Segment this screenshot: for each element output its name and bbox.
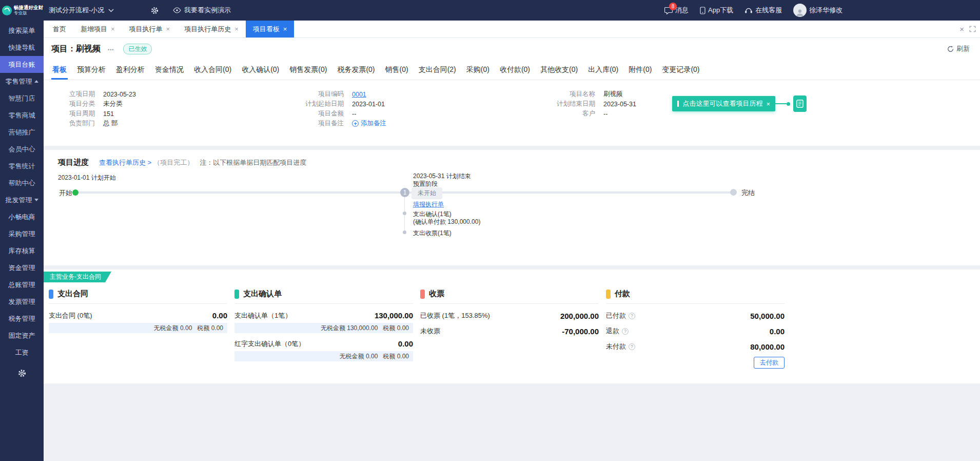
progress-header: 项目进度 查看执行单历史 > （项目完工） 注：以下根据单据日期匹配项目进度: [44, 150, 980, 167]
subtab-purchase[interactable]: 采购(0): [465, 60, 491, 80]
subtab-tax-invoice[interactable]: 税务发票(0): [336, 60, 376, 80]
subtab-receipts-payments[interactable]: 收付款(0): [499, 60, 531, 80]
subtab-other-income-expense[interactable]: 其他收支(0): [539, 60, 579, 80]
section-ribbon: 主营业务-支出合同: [44, 272, 111, 282]
tab-label: 首页: [53, 25, 66, 34]
project-history-icon[interactable]: [793, 95, 807, 112]
sidebar-item-member-center[interactable]: 会员中心: [0, 141, 44, 158]
subtab-sales[interactable]: 销售(0): [384, 60, 409, 80]
messages-button[interactable]: 8 消息: [664, 6, 689, 15]
tab-label: 新增项目: [81, 25, 107, 34]
tab-home[interactable]: 首页: [46, 21, 73, 37]
subtab-profit-analysis[interactable]: 盈利分析: [115, 60, 146, 80]
sidebar-item-help-center[interactable]: 帮助中心: [0, 175, 44, 191]
sidebar-item-payroll[interactable]: 工资: [0, 344, 44, 361]
field-label: 计划结束日期: [544, 100, 595, 108]
project-code-link[interactable]: 0001: [352, 91, 366, 98]
online-service-label: 在线客服: [755, 6, 782, 15]
tab-project-execution[interactable]: 项目执行单: [122, 21, 178, 37]
user-menu[interactable]: 徐泽华修改: [793, 4, 842, 17]
sidebar-item-smart-store[interactable]: 智慧门店: [0, 90, 44, 107]
sidebar-item-fixed-assets[interactable]: 固定资产: [0, 327, 44, 344]
sidebar-item-marketing[interactable]: 营销推广: [0, 124, 44, 141]
subtab-stock-in-out[interactable]: 出入库(0): [587, 60, 619, 80]
sidebar-item-tax-mgmt[interactable]: 税务管理: [0, 310, 44, 327]
project-history-tooltip: 点击这里可以查看项目历程: [672, 95, 807, 112]
help-icon[interactable]: [629, 313, 635, 319]
expense-confirm-card: 支出确认单 支出确认单（1笔） 130,000.00 无税金额 130,000.…: [234, 289, 413, 369]
info-column-1: 立项日期2023-05-23 项目分类未分类 项目周期151 负责部门总 部: [44, 89, 292, 128]
row-label: 支出确认单（1笔）: [234, 311, 291, 320]
subtab-budget-analysis[interactable]: 预算分析: [76, 60, 107, 80]
subtab-attachments[interactable]: 附件(0): [628, 60, 653, 80]
milestone-labels: 2023-05-31 计划结束 预置阶段: [413, 172, 471, 188]
page-title: 项目：刷视频: [51, 44, 101, 54]
tooltip-close-icon[interactable]: [766, 100, 770, 108]
fullscreen-icon[interactable]: [969, 26, 976, 32]
sidebar-item-xiaochang-ecommerce[interactable]: 小畅电商: [0, 208, 44, 225]
subtab-income-contract[interactable]: 收入合同(0): [193, 60, 232, 80]
demo-link-label: 我要看实例演示: [184, 6, 231, 15]
sidebar-item-retail-mgmt[interactable]: 零售管理: [0, 73, 44, 90]
progress-title: 项目进度: [58, 158, 89, 167]
expense-contract-card: 支出合同 支出合同 (0笔) 0.00 无税金额 0.00 税额 0.00: [49, 289, 227, 369]
sidebar-item-general-ledger[interactable]: 总账管理: [0, 276, 44, 293]
org-selector[interactable]: 测试分开流程-小况: [49, 6, 144, 15]
tab-close-icon[interactable]: [234, 26, 239, 32]
demo-link[interactable]: 我要看实例演示: [173, 6, 231, 15]
row-label: 支出合同 (0笔): [49, 311, 92, 320]
sidebar-item-project-ledger[interactable]: 项目台账: [0, 56, 44, 73]
sidebar-nav: 搜索菜单 快捷导航 项目台账 零售管理 智慧门店 零售商城 营销推广 会员中心 …: [0, 21, 44, 361]
add-note-link[interactable]: 添加备注: [352, 119, 386, 128]
subtab-expense-contract[interactable]: 支出合同(2): [418, 60, 457, 80]
go-pay-button[interactable]: 去付款: [754, 357, 785, 369]
row-label: 已收票 (1笔，153.85%): [420, 311, 490, 320]
sidebar-item-invoice-mgmt[interactable]: 发票管理: [0, 293, 44, 310]
sidebar-settings-gear-icon[interactable]: [0, 364, 44, 382]
refresh-button[interactable]: 刷新: [947, 44, 970, 53]
more-actions-icon[interactable]: [108, 45, 114, 53]
sidebar-item-search-menu[interactable]: 搜索菜单: [0, 22, 44, 39]
subtab-dashboard[interactable]: 看板: [51, 60, 68, 80]
subtab-change-log[interactable]: 变更记录(0): [661, 60, 700, 80]
online-service-button[interactable]: 在线客服: [744, 6, 782, 15]
card-accent-yellow: [606, 290, 611, 299]
tooltip-connector-dot: [787, 102, 790, 106]
sidebar-item-retail-stats[interactable]: 零售统计: [0, 158, 44, 175]
sidebar-item-retail-mall[interactable]: 零售商城: [0, 107, 44, 124]
tab-close-icon[interactable]: [111, 26, 115, 32]
tab-close-icon[interactable]: [283, 26, 287, 32]
subtab-funds[interactable]: 资金情况: [154, 60, 185, 80]
tab-label: 项目执行单: [129, 25, 163, 34]
row-label: 未付款: [606, 342, 635, 351]
sidebar-item-fund-mgmt[interactable]: 资金管理: [0, 259, 44, 276]
view-execution-history-link[interactable]: 查看执行单历史 >: [99, 158, 151, 167]
tab-new-project[interactable]: 新增项目: [73, 21, 122, 37]
brand-name: 畅捷通好业财 专业版: [14, 5, 43, 16]
sidebar-item-purchase-mgmt[interactable]: 采购管理: [0, 225, 44, 242]
fill-execution-order-link[interactable]: 填报执行单: [413, 200, 444, 209]
close-all-tabs-icon[interactable]: [959, 25, 964, 34]
field-value: --: [352, 110, 356, 118]
card-title: 收票: [429, 289, 444, 299]
detail-dot: [403, 212, 406, 215]
subtab-income-confirm[interactable]: 收入确认(0): [241, 60, 280, 80]
help-icon[interactable]: [629, 343, 635, 350]
invoice-received-card: 收票 已收票 (1笔，153.85%) 200,000.00 未收票 -70,0…: [420, 289, 599, 369]
topbar-settings-gear-icon[interactable]: [151, 7, 159, 14]
milestone-node[interactable]: 1: [400, 188, 409, 197]
subtab-sales-invoice[interactable]: 销售发票(0): [288, 60, 328, 80]
tab-project-dashboard[interactable]: 项目看板: [246, 21, 295, 37]
app-download-button[interactable]: App下载: [700, 6, 733, 15]
row-label: 退款: [606, 326, 629, 336]
tab-close-icon[interactable]: [166, 26, 170, 32]
sidebar-item-wholesale-mgmt[interactable]: 批发管理: [0, 191, 44, 208]
sidebar-item-inventory-accounting[interactable]: 库存核算: [0, 242, 44, 259]
card-title: 支出确认单: [243, 289, 282, 299]
card-accent-teal: [234, 290, 239, 299]
tab-project-execution-history[interactable]: 项目执行单历史: [177, 21, 246, 37]
plus-circle-icon: [352, 120, 359, 127]
help-icon[interactable]: [622, 328, 629, 335]
sidebar-item-quick-nav[interactable]: 快捷导航: [0, 39, 44, 56]
card-header: 收票: [420, 289, 599, 304]
